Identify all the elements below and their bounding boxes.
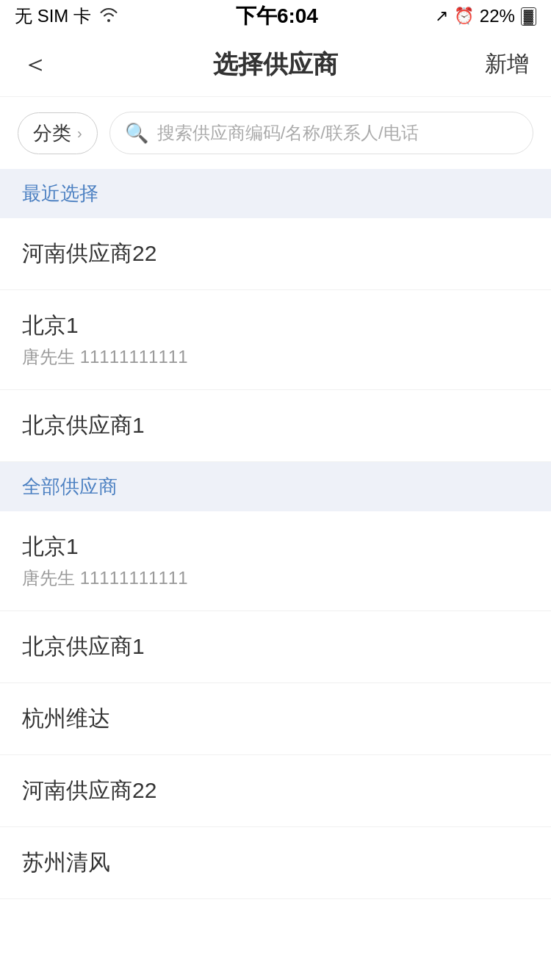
list-item[interactable]: 北京1唐先生 11111111111 <box>0 511 551 611</box>
list-item[interactable]: 河南供应商22 <box>0 755 551 827</box>
list-item[interactable]: 北京1唐先生 11111111111 <box>0 290 551 390</box>
list-item[interactable]: 河南供应商22 <box>0 218 551 290</box>
battery-icon: ▓ <box>521 7 536 26</box>
list-item[interactable]: 北京供应商1 <box>0 611 551 683</box>
nav-bar: ＜ 选择供应商 新增 <box>0 32 551 97</box>
search-box[interactable]: 🔍 搜索供应商编码/名称/联系人/电话 <box>109 112 533 154</box>
battery-text: 22% <box>480 6 515 26</box>
item-name: 北京1 <box>22 311 529 341</box>
location-icon: ↗ <box>435 7 448 26</box>
status-bar: 无 SIM 卡 下午6:04 ↗ ⏰ 22% ▓ <box>0 0 551 32</box>
category-button[interactable]: 分类 › <box>18 112 98 154</box>
add-button[interactable]: 新增 <box>485 49 529 79</box>
category-label: 分类 <box>33 120 71 146</box>
list-item[interactable]: 杭州维达 <box>0 683 551 755</box>
item-name: 杭州维达 <box>22 704 529 734</box>
item-name: 河南供应商22 <box>22 776 529 806</box>
page-title: 选择供应商 <box>213 48 338 82</box>
recent-section-header: 最近选择 <box>0 169 551 218</box>
carrier-text: 无 SIM 卡 <box>15 4 91 28</box>
all-list: 北京1唐先生 11111111111北京供应商1杭州维达河南供应商22苏州清风 <box>0 511 551 899</box>
recent-list: 河南供应商22北京1唐先生 11111111111北京供应商1 <box>0 218 551 462</box>
item-sub: 唐先生 11111111111 <box>22 566 529 590</box>
item-name: 苏州清风 <box>22 848 529 878</box>
status-right: ↗ ⏰ 22% ▓ <box>435 6 536 26</box>
item-name: 北京1 <box>22 532 529 562</box>
alarm-icon: ⏰ <box>454 7 474 26</box>
filter-bar: 分类 › 🔍 搜索供应商编码/名称/联系人/电话 <box>0 97 551 169</box>
status-time: 下午6:04 <box>236 2 318 30</box>
chevron-right-icon: › <box>77 125 82 142</box>
list-item[interactable]: 苏州清风 <box>0 827 551 899</box>
item-name: 北京供应商1 <box>22 632 529 662</box>
item-name: 北京供应商1 <box>22 411 529 441</box>
search-icon: 🔍 <box>125 122 148 145</box>
item-sub: 唐先生 11111111111 <box>22 345 529 369</box>
search-placeholder: 搜索供应商编码/名称/联系人/电话 <box>157 121 419 145</box>
item-name: 河南供应商22 <box>22 239 529 269</box>
status-left: 无 SIM 卡 <box>15 4 119 28</box>
list-item[interactable]: 北京供应商1 <box>0 390 551 462</box>
back-button[interactable]: ＜ <box>22 46 66 82</box>
all-section-header: 全部供应商 <box>0 462 551 511</box>
wifi-icon <box>98 6 119 26</box>
